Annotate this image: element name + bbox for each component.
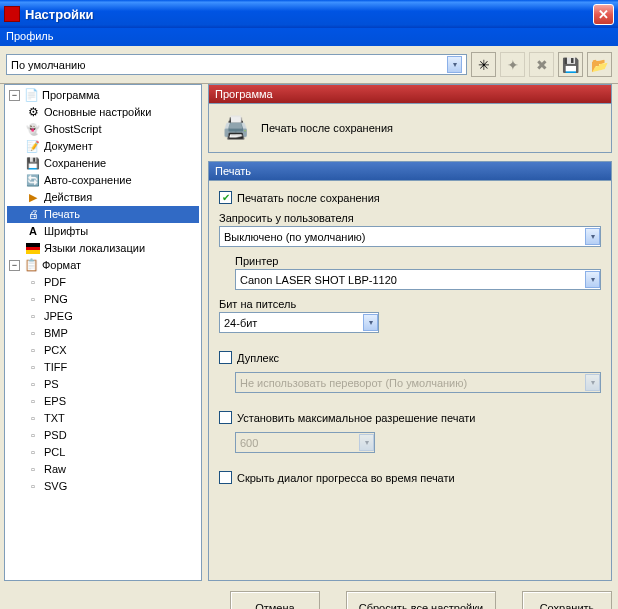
main-panel: Программа 🖨️ Печать после сохранения Печ… (206, 84, 618, 581)
file-icon (25, 309, 41, 324)
ask-user-select[interactable]: Выключено (по умолчанию) ▾ (219, 226, 601, 247)
gear-icon (25, 105, 41, 120)
file-icon (25, 394, 41, 409)
tree-root-programma[interactable]: − Программа (7, 87, 199, 104)
button-row: Отмена Сбросить все настройки Сохранить (0, 581, 618, 609)
maxres-checkbox[interactable]: Установить максимальное разрешение печат… (219, 411, 601, 424)
checkbox-icon (219, 351, 232, 364)
file-icon (25, 326, 41, 341)
document-icon (25, 139, 41, 154)
panel-header: Программа (208, 84, 612, 104)
panel-description: Печать после сохранения (261, 122, 393, 134)
tree-item-pdf[interactable]: PDF (7, 274, 199, 291)
chevron-down-icon: ▾ (585, 228, 600, 245)
tree-item-basic[interactable]: Основные настройки (7, 104, 199, 121)
tree-item-raw[interactable]: Raw (7, 461, 199, 478)
tree-item-bmp[interactable]: BMP (7, 325, 199, 342)
tree-item-fonts[interactable]: Шрифты (7, 223, 199, 240)
actions-icon (25, 190, 41, 205)
printer-large-icon: 🖨️ (219, 114, 251, 142)
tree-item-svg[interactable]: SVG (7, 478, 199, 495)
hide-progress-checkbox[interactable]: Скрыть диалог прогресса во время печати (219, 471, 601, 484)
section-body: ✔ Печатать после сохранения Запросить у … (208, 181, 612, 581)
file-icon (25, 377, 41, 392)
autosave-icon (25, 173, 41, 188)
printer-label: Принтер (235, 255, 601, 267)
tree-item-print[interactable]: Печать (7, 206, 199, 223)
open-folder-button[interactable]: 📂 (587, 52, 612, 77)
checkbox-icon (219, 471, 232, 484)
flag-icon (25, 241, 41, 256)
tree-item-autosave[interactable]: Авто-сохранение (7, 172, 199, 189)
save-button[interactable]: Сохранить (522, 591, 612, 609)
tree-item-png[interactable]: PNG (7, 291, 199, 308)
file-icon (25, 275, 41, 290)
chevron-down-icon: ▾ (585, 271, 600, 288)
file-icon (25, 428, 41, 443)
checkbox-icon: ✔ (219, 191, 232, 204)
app-icon (4, 6, 20, 22)
tree-item-pcx[interactable]: PCX (7, 342, 199, 359)
file-icon (25, 292, 41, 307)
save-icon (25, 156, 41, 171)
tree-item-eps[interactable]: EPS (7, 393, 199, 410)
chevron-down-icon: ▾ (359, 434, 374, 451)
tree-item-txt[interactable]: TXT (7, 410, 199, 427)
collapse-icon[interactable]: − (9, 260, 20, 271)
section-title: Печать (208, 161, 612, 181)
tool-button-2[interactable]: ✦ (500, 52, 525, 77)
tree-item-ps[interactable]: PS (7, 376, 199, 393)
chevron-down-icon: ▾ (363, 314, 378, 331)
profile-select[interactable]: По умолчанию ▾ (6, 54, 467, 75)
add-profile-button[interactable]: ✳ (471, 52, 496, 77)
profile-label: Профиль (0, 28, 618, 46)
settings-tree[interactable]: − Программа Основные настройки GhostScri… (4, 84, 202, 581)
printer-select[interactable]: Canon LASER SHOT LBP-1120 ▾ (235, 269, 601, 290)
tree-item-jpeg[interactable]: JPEG (7, 308, 199, 325)
maxres-select: 600 ▾ (235, 432, 375, 453)
tree-item-pcl[interactable]: PCL (7, 444, 199, 461)
bpp-label: Бит на питсель (219, 298, 601, 310)
ask-user-label: Запросить у пользователя (219, 212, 601, 224)
tree-item-tiff[interactable]: TIFF (7, 359, 199, 376)
reset-button[interactable]: Сбросить все настройки (346, 591, 496, 609)
duplex-select: Не использовать переворот (По умолчанию)… (235, 372, 601, 393)
cancel-button[interactable]: Отмена (230, 591, 320, 609)
print-after-save-checkbox[interactable]: ✔ Печатать после сохранения (219, 191, 601, 204)
tree-item-document[interactable]: Документ (7, 138, 199, 155)
tree-item-actions[interactable]: Действия (7, 189, 199, 206)
file-icon (25, 411, 41, 426)
delete-profile-button[interactable]: ✖ (529, 52, 554, 77)
duplex-checkbox[interactable]: Дуплекс (219, 351, 601, 364)
program-icon (23, 88, 39, 103)
collapse-icon[interactable]: − (9, 90, 20, 101)
tree-item-save[interactable]: Сохранение (7, 155, 199, 172)
bpp-select[interactable]: 24-бит ▾ (219, 312, 379, 333)
profile-selected: По умолчанию (11, 59, 85, 71)
file-icon (25, 445, 41, 460)
save-profile-button[interactable]: 💾 (558, 52, 583, 77)
tree-item-psd[interactable]: PSD (7, 427, 199, 444)
toolbar: По умолчанию ▾ ✳ ✦ ✖ 💾 📂 (0, 46, 618, 84)
file-icon (25, 360, 41, 375)
file-icon (25, 479, 41, 494)
font-icon (25, 224, 41, 239)
chevron-down-icon: ▾ (585, 374, 600, 391)
print-icon (25, 207, 41, 222)
tree-item-ghostscript[interactable]: GhostScript (7, 121, 199, 138)
file-icon (25, 462, 41, 477)
panel-header-body: 🖨️ Печать после сохранения (208, 104, 612, 153)
tree-root-format[interactable]: − Формат (7, 257, 199, 274)
window-title: Настройки (25, 7, 593, 22)
tree-item-languages[interactable]: Языки локализации (7, 240, 199, 257)
checkbox-icon (219, 411, 232, 424)
title-bar: Настройки ✕ (0, 0, 618, 28)
close-button[interactable]: ✕ (593, 4, 614, 25)
chevron-down-icon: ▾ (447, 56, 462, 73)
file-icon (25, 343, 41, 358)
format-icon (23, 258, 39, 273)
ghost-icon (25, 122, 41, 137)
